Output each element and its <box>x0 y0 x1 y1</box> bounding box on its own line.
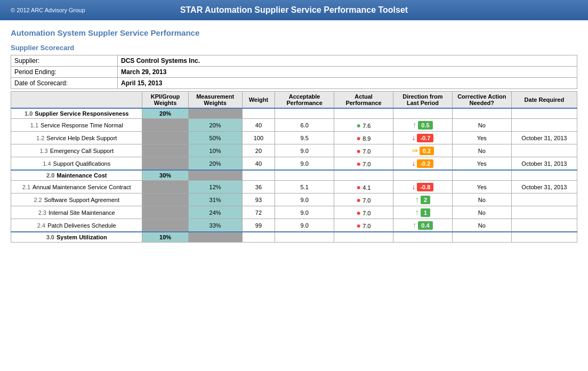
item-name: 1.4Support Qualifications <box>11 157 142 171</box>
item-kpi-empty <box>142 119 188 132</box>
group-cell-empty <box>334 232 393 243</box>
item-actual: ● 7.0 <box>334 144 393 157</box>
group-cell-empty <box>393 108 452 119</box>
group-row: 1.0Supplier Service Responsiveness20% <box>11 108 577 119</box>
item-date: October 31, 2013 <box>511 132 577 144</box>
item-name: 2.3Internal Site Maintenance <box>11 206 142 219</box>
item-row: 2.1Annual Maintenance Service Contract12… <box>11 181 577 193</box>
item-meas-weight: 33% <box>188 219 242 232</box>
group-cell-empty <box>393 232 452 243</box>
group-kpi-weight: 10% <box>142 232 188 243</box>
item-direction: ↓ -0.8 <box>393 181 452 193</box>
main-content: Automation System Suppler Service Perfor… <box>0 20 588 251</box>
info-value: DCS Control Systems Inc. <box>118 55 577 67</box>
item-actual: ● 7.0 <box>334 193 393 206</box>
item-row: 1.4Support Qualifications20%409.0● 7.0↓ … <box>11 157 577 171</box>
group-cell-empty <box>452 170 511 181</box>
item-date: October 31, 2013 <box>511 181 577 193</box>
header-bar: © 2012 ARC Advisory Group STAR Automatio… <box>0 0 588 20</box>
col-header-acceptable: Acceptable Performance <box>275 92 334 109</box>
col-header-meas: Measurement Weights <box>188 92 242 109</box>
info-row: Period Ending:March 29, 2013 <box>11 67 577 78</box>
info-label: Period Ending: <box>11 67 118 78</box>
item-acceptable: 9.0 <box>275 219 334 232</box>
item-date <box>511 193 577 206</box>
item-meas-weight: 50% <box>188 132 242 144</box>
item-corrective: No <box>452 119 511 132</box>
item-actual: ● 7.6 <box>334 119 393 132</box>
col-header-name <box>11 92 142 109</box>
scorecard-table: KPI/Group Weights Measurement Weights We… <box>11 91 577 243</box>
info-label: Date of Scorecard: <box>11 78 118 89</box>
item-corrective: No <box>452 193 511 206</box>
group-cell-empty <box>275 108 334 119</box>
item-acceptable: 9.0 <box>275 157 334 171</box>
group-name: 2.0Maintenance Cost <box>11 170 142 181</box>
item-kpi-empty <box>142 132 188 144</box>
item-actual: ● 7.0 <box>334 206 393 219</box>
item-name: 1.1Service Response Time Normal <box>11 119 142 132</box>
group-cell-empty <box>511 170 577 181</box>
item-row: 2.4Patch Deliveries Schedule33%999.0● 7.… <box>11 219 577 232</box>
item-date <box>511 206 577 219</box>
item-weight: 99 <box>242 219 275 232</box>
col-header-kpi: KPI/Group Weights <box>142 92 188 109</box>
group-name: 1.0Supplier Service Responsiveness <box>11 108 142 119</box>
group-cell-empty <box>334 108 393 119</box>
group-cell-empty <box>511 108 577 119</box>
item-date <box>511 119 577 132</box>
item-meas-weight: 31% <box>188 193 242 206</box>
item-weight: 20 <box>242 144 275 157</box>
item-direction: ↑ 2 <box>393 193 452 206</box>
app-title: STAR Automation Supplier Service Perform… <box>180 5 408 15</box>
item-date <box>511 144 577 157</box>
group-kpi-weight: 20% <box>142 108 188 119</box>
item-acceptable: 5.1 <box>275 181 334 193</box>
info-row: Date of Scorecard:April 15, 2013 <box>11 78 577 89</box>
item-meas-weight: 10% <box>188 144 242 157</box>
item-name: 1.3Emergency Call Support <box>11 144 142 157</box>
group-name: 3.0System Utilization <box>11 232 142 243</box>
item-direction: ↑ 1 <box>393 206 452 219</box>
item-direction: ↓ -0.2 <box>393 157 452 171</box>
item-name: 1.2Service Help Desk Support <box>11 132 142 144</box>
col-header-actual: Actual Performance <box>334 92 393 109</box>
item-corrective: Yes <box>452 157 511 171</box>
item-corrective: Yes <box>452 181 511 193</box>
page-title: Automation System Suppler Service Perfor… <box>11 28 577 37</box>
item-acceptable: 9.0 <box>275 206 334 219</box>
group-cell-empty <box>275 170 334 181</box>
item-kpi-empty <box>142 219 188 232</box>
group-meas-empty <box>188 232 242 243</box>
item-row: 1.2Service Help Desk Support50%1009.5● 8… <box>11 132 577 144</box>
group-cell-empty <box>452 108 511 119</box>
item-acceptable: 9.0 <box>275 144 334 157</box>
item-weight: 100 <box>242 132 275 144</box>
item-meas-weight: 12% <box>188 181 242 193</box>
group-kpi-weight: 30% <box>142 170 188 181</box>
item-weight: 72 <box>242 206 275 219</box>
item-row: 2.2Software Support Agreement31%939.0● 7… <box>11 193 577 206</box>
col-header-corrective: Corrective Action Needed? <box>452 92 511 109</box>
item-kpi-empty <box>142 181 188 193</box>
item-weight: 40 <box>242 119 275 132</box>
group-cell-empty <box>334 170 393 181</box>
group-meas-empty <box>188 170 242 181</box>
item-actual: ● 8.9 <box>334 132 393 144</box>
item-acceptable: 9.0 <box>275 193 334 206</box>
item-actual: ● 4.1 <box>334 181 393 193</box>
item-kpi-empty <box>142 144 188 157</box>
item-meas-weight: 20% <box>188 157 242 171</box>
group-cell-empty <box>393 170 452 181</box>
item-direction: ↓ -0.7 <box>393 132 452 144</box>
item-meas-weight: 24% <box>188 206 242 219</box>
item-actual: ● 7.0 <box>334 219 393 232</box>
item-weight: 93 <box>242 193 275 206</box>
item-acceptable: 6.0 <box>275 119 334 132</box>
item-row: 1.1Service Response Time Normal20%406.0●… <box>11 119 577 132</box>
item-kpi-empty <box>142 206 188 219</box>
group-cell-empty <box>511 232 577 243</box>
item-name: 2.1Annual Maintenance Service Contract <box>11 181 142 193</box>
group-cell-empty <box>242 108 275 119</box>
info-table: Supplier:DCS Control Systems Inc.Period … <box>11 55 577 89</box>
